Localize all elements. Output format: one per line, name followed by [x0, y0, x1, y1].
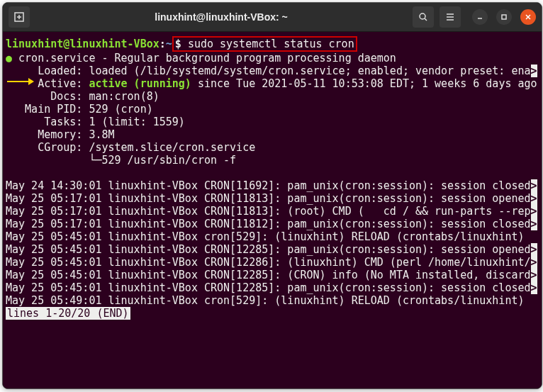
minimize-icon: [476, 13, 483, 21]
loaded-line: Loaded: loaded (/lib/systemd/system/cron…: [6, 65, 539, 77]
close-icon: [525, 13, 532, 21]
window-title: linuxhint@linuxhint-VBox: ~: [35, 11, 407, 23]
log-line: May 25 05:45:01 linuxhint-VBox CRON[1228…: [6, 243, 539, 256]
scroll-marker: >: [531, 218, 537, 230]
scroll-marker: >: [531, 269, 537, 281]
blank-line: [6, 167, 539, 179]
scroll-marker: >: [531, 256, 537, 269]
prompt-sep: :: [159, 38, 166, 50]
scroll-marker: >: [531, 179, 537, 192]
active-status: active (running): [89, 77, 191, 90]
minimize-button[interactable]: [472, 9, 488, 25]
bullet-icon: ●: [6, 52, 18, 65]
scroll-marker: >: [531, 65, 537, 77]
svg-rect-9: [502, 15, 506, 19]
memory-line: Memory: 3.8M: [6, 128, 539, 141]
pager-status: lines 1-20/20 (END): [6, 307, 539, 320]
log-line: May 25 05:45:01 linuxhint-VBox cron[529]…: [6, 230, 539, 243]
log-line: May 25 05:17:01 linuxhint-VBox CRON[1181…: [6, 205, 539, 218]
terminal-body[interactable]: linuxhint@linuxhint-VBox:~$ sudo systemc…: [3, 32, 542, 388]
tasks-line: Tasks: 1 (limit: 1559): [6, 116, 539, 128]
cgroup-child-line: └─529 /usr/sbin/cron -f: [6, 154, 539, 167]
search-icon: [418, 11, 429, 23]
scroll-marker: >: [531, 192, 537, 205]
prompt-line: linuxhint@linuxhint-VBox:~$ sudo systemc…: [6, 36, 539, 52]
log-line: May 25 05:45:01 linuxhint-VBox CRON[1228…: [6, 256, 539, 269]
close-button[interactable]: [520, 9, 536, 25]
command-text: sudo systemctl status cron: [188, 38, 354, 50]
scroll-marker: >: [531, 243, 537, 256]
log-line: May 25 05:17:01 linuxhint-VBox CRON[1181…: [6, 218, 539, 230]
maximize-button[interactable]: [496, 9, 512, 25]
window-controls: [472, 9, 536, 25]
log-line: May 25 05:45:01 linuxhint-VBox CRON[1228…: [6, 281, 539, 294]
svg-line-4: [425, 18, 427, 21]
active-line: Active: active (running) since Tue 2021-…: [6, 77, 539, 90]
mainpid-line: Main PID: 529 (cron): [6, 103, 539, 116]
prompt-dollar: $: [175, 38, 188, 50]
scroll-marker: >: [531, 281, 537, 294]
search-button[interactable]: [413, 6, 434, 28]
scroll-marker: >: [531, 205, 537, 218]
log-container: May 24 14:30:01 linuxhint-VBox CRON[1169…: [6, 179, 539, 307]
docs-line: Docs: man:cron(8): [6, 90, 539, 103]
prompt-path: ~: [166, 38, 172, 50]
titlebar: linuxhint@linuxhint-VBox: ~: [3, 3, 542, 32]
maximize-icon: [500, 13, 508, 21]
hamburger-icon: [444, 11, 456, 23]
service-header: ● cron.service - Regular background prog…: [6, 52, 539, 65]
terminal-window: linuxhint@linuxhint-VBox: ~ linuxhint@li…: [2, 2, 542, 389]
new-tab-icon: [13, 11, 25, 23]
new-tab-button[interactable]: [9, 6, 30, 28]
cgroup-line: CGroup: /system.slice/cron.service: [6, 141, 539, 154]
log-line: May 24 14:30:01 linuxhint-VBox CRON[1169…: [6, 179, 539, 192]
menu-button[interactable]: [440, 6, 461, 28]
log-line: May 25 05:49:01 linuxhint-VBox cron[529]…: [6, 294, 539, 307]
prompt-user: linuxhint@linuxhint-VBox: [6, 38, 159, 50]
command-highlight: $ sudo systemctl status cron: [172, 36, 357, 52]
pager-status-text: lines 1-20/20 (END): [6, 307, 130, 320]
svg-point-3: [420, 13, 425, 19]
log-line: May 25 05:45:01 linuxhint-VBox CRON[1228…: [6, 269, 539, 281]
log-line: May 25 05:17:01 linuxhint-VBox CRON[1181…: [6, 192, 539, 205]
annotation-arrow: [7, 74, 34, 87]
